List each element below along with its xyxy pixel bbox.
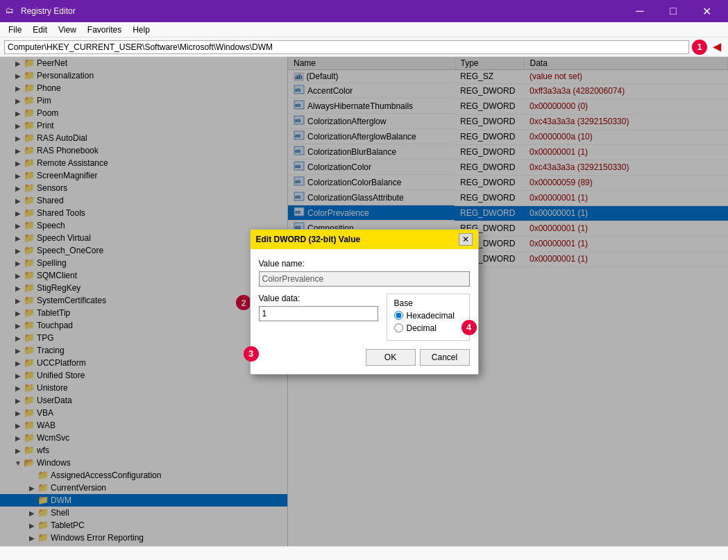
modal-row: Value data: Base Hexadecimal Decimal [259,294,470,341]
minimize-button[interactable]: ─ [624,0,656,22]
decimal-label: Decimal [407,323,437,333]
modal-close-button[interactable]: ✕ [459,233,473,246]
annotation-badge-3: 3 [244,346,259,362]
value-name-input [259,271,470,287]
value-name-label: Value name: [259,259,470,269]
main-area: ▶ 📁 PeerNet ▶ 📁 Personalization ▶ 📁 Phon… [0,57,728,546]
maximize-button[interactable]: □ [657,0,689,22]
menu-view[interactable]: View [53,24,82,36]
modal-buttons: OK Cancel [259,349,470,366]
menu-help[interactable]: Help [127,24,155,36]
menu-file[interactable]: File [3,24,27,36]
cancel-button[interactable]: Cancel [420,349,470,366]
edit-dword-modal: Edit DWORD (32-bit) Value ✕ Value name: … [250,229,479,375]
value-data-label: Value data: [259,294,378,303]
modal-overlay: Edit DWORD (32-bit) Value ✕ Value name: … [0,57,728,546]
address-arrow: ◄ [710,39,724,55]
base-label: Base [394,298,462,308]
menu-edit[interactable]: Edit [27,24,53,36]
value-data-section: Value data: [259,294,378,321]
address-input[interactable] [4,40,689,54]
menu-favorites[interactable]: Favorites [82,24,127,36]
base-section: Base Hexadecimal Decimal [387,294,470,341]
window-controls: ─ □ ✕ [624,0,722,22]
title-bar: 🗂 Registry Editor ─ □ ✕ [0,0,728,22]
close-button[interactable]: ✕ [691,0,722,22]
app-icon: 🗂 [6,6,17,17]
decimal-radio-row[interactable]: Decimal [394,323,462,333]
annotation-badge-1: 1 [692,40,707,55]
menu-bar: File Edit View Favorites Help [0,22,728,37]
address-bar: 1 ◄ [0,37,728,57]
hexadecimal-radio[interactable] [394,311,403,320]
annotation-badge-4: 4 [462,320,477,335]
modal-title: Edit DWORD (32-bit) Value [256,235,361,244]
value-data-input[interactable] [259,306,378,321]
hexadecimal-radio-row[interactable]: Hexadecimal [394,311,462,321]
modal-body: Value name: Value data: Base Hexadecimal [251,249,478,374]
status-bar [0,546,728,560]
hexadecimal-label: Hexadecimal [407,311,455,321]
ok-button[interactable]: OK [366,349,416,366]
decimal-radio[interactable] [394,323,403,332]
modal-titlebar: Edit DWORD (32-bit) Value ✕ [251,230,478,249]
app-title: Registry Editor [21,6,624,16]
